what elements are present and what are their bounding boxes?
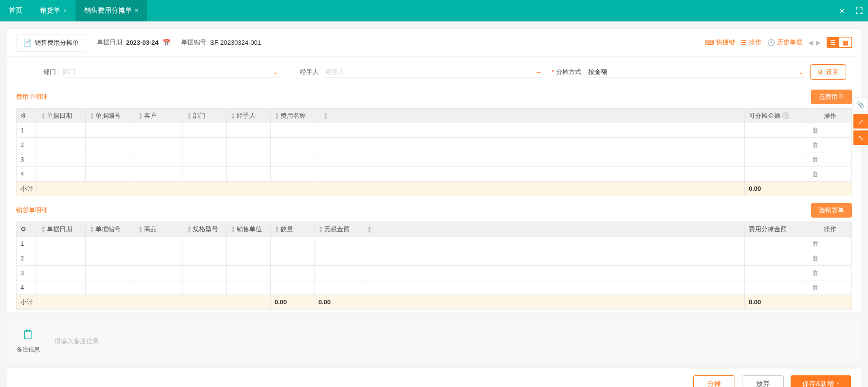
allocate-button[interactable]: 分摊 [693,375,735,387]
table-settings-icon[interactable]: ⚙ [17,109,37,123]
handler-input[interactable] [326,68,532,75]
settings-button[interactable]: ⚙设置 [810,64,846,80]
keyboard-icon: ⌨ [705,39,714,46]
col-alloc-amount[interactable]: 可分摊金额 [749,112,780,119]
remark-input[interactable] [52,334,851,348]
col-action: 操作 [808,222,852,237]
expand-icon[interactable]: ⤢ [853,114,868,129]
col-amount[interactable]: 无税金额 [324,225,350,233]
expand-alt-icon[interactable]: ⤡ [853,130,868,145]
more-icon[interactable]: ··· [537,68,541,75]
prev-icon[interactable]: ◀ [808,39,813,46]
table-row[interactable]: 2🗑 [17,138,852,152]
chevron-down-icon: ⌄ [798,69,803,75]
col-customer[interactable]: 客户 [144,112,157,119]
footer-actions: 分摊 放弃 保存&新增˄ [7,369,861,387]
chevron-down-icon: ⌄ [273,69,278,75]
delete-row-icon[interactable]: 🗑 [808,123,852,138]
tab-sales-order[interactable]: 销货单× [31,0,75,21]
delete-row-icon[interactable]: 🗑 [808,152,852,167]
table-row[interactable]: 2🗑 [17,251,852,266]
side-toolbar: 📎 ⤢ ⤡ [853,97,868,147]
delete-row-icon[interactable]: 🗑 [808,280,852,295]
expense-table: ⚙ ▲▼单据日期 ▲▼单据编号 ▲▼客户 ▲▼部门 ▲▼经手人 ▲▼费用名称 ▲… [16,108,852,196]
col-handler[interactable]: 经手人 [237,112,256,119]
col-spec[interactable]: 规格型号 [193,225,218,233]
help-icon[interactable]: ? [782,112,789,119]
sales-table: ⚙ ▲▼单据日期 ▲▼单据编号 ▲▼商品 ▲▼规格型号 ▲▼销售单位 ▲▼数量 … [16,221,852,310]
discard-button[interactable]: 放弃 [742,375,784,387]
col-num[interactable]: 单据编号 [95,225,121,233]
delete-row-icon[interactable]: 🗑 [808,266,852,280]
col-unit[interactable]: 销售单位 [237,225,262,233]
shortcut-link[interactable]: ⌨快捷键 [705,38,735,47]
calendar-icon[interactable]: 📅 [163,39,170,46]
main-content: 📄 销售费用分摊单 单据日期 2023-03-24 📅 单据编号 SF-2023… [7,28,861,313]
table-row[interactable]: 1🗑 [17,123,852,138]
table-row[interactable]: 4🗑 [17,167,852,182]
delete-row-icon[interactable]: 🗑 [808,167,852,182]
method-label: *分摊方式 [547,68,581,76]
view-grid-button[interactable]: ▦ [839,37,852,48]
sales-block-title: 销货单明细 [16,206,48,215]
tab-home[interactable]: 首页 [0,0,31,21]
col-dept[interactable]: 部门 [193,112,205,119]
top-tab-bar: 首页 销货单× 销售费用分摊单× ✕ [0,0,868,21]
operate-link[interactable]: ☰操作 [741,38,761,47]
list-icon: ☰ [741,39,747,46]
delete-row-icon[interactable]: 🗑 [808,237,852,251]
col-qty[interactable]: 数量 [280,225,293,233]
dept-input[interactable] [63,68,269,75]
view-list-button[interactable]: ☰ [827,37,839,48]
dept-label: 部门 [22,68,56,76]
col-num[interactable]: 单据编号 [95,112,121,119]
subtotal-row: 小计0.000.000.00 [17,295,852,310]
delete-row-icon[interactable]: 🗑 [808,138,852,152]
handler-label: 经手人 [285,68,319,76]
date-value[interactable]: 2023-03-24 [126,39,159,46]
document-icon: 📄 [23,39,32,47]
select-expense-button[interactable]: 选费用单 [811,90,852,104]
attachment-icon[interactable]: 📎 [853,97,868,112]
col-action: 操作 [808,109,852,123]
delete-row-icon[interactable]: 🗑 [808,251,852,266]
table-row[interactable]: 1🗑 [17,237,852,251]
select-sales-button[interactable]: 选销货单 [811,203,852,218]
history-link[interactable]: 🕓历史单据 [767,38,802,47]
close-icon[interactable]: × [135,7,138,14]
remark-section: 🗒 备注信息 [7,320,861,362]
table-settings-icon[interactable]: ⚙ [17,222,37,237]
date-label: 单据日期 [97,38,122,47]
col-date[interactable]: 单据日期 [47,225,72,233]
section-tab[interactable]: 📄 销售费用分摊单 [16,34,86,52]
expense-block-title: 费用单明细 [16,92,48,101]
method-input[interactable] [588,68,794,75]
doc-num-label: 单据编号 [181,38,206,47]
history-icon: 🕓 [767,39,775,46]
save-new-button[interactable]: 保存&新增˄ [791,375,851,387]
table-row[interactable]: 3🗑 [17,152,852,167]
tab-sales-expense-alloc[interactable]: 销售费用分摊单× [75,0,147,21]
fullscreen-button[interactable] [850,0,868,21]
col-alloc-fee[interactable]: 费用分摊金额 [745,222,808,237]
close-icon[interactable]: × [63,7,67,14]
table-row[interactable]: 4🗑 [17,280,852,295]
col-date[interactable]: 单据日期 [47,112,72,119]
gear-icon: ⚙ [817,69,823,76]
chevron-up-icon: ˄ [837,382,839,387]
close-window-button[interactable]: ✕ [833,0,850,21]
next-icon[interactable]: ▶ [816,39,821,46]
remark-label: 备注信息 [17,346,40,354]
section-tab-label: 销售费用分摊单 [35,38,79,47]
col-fee-name[interactable]: 费用名称 [280,112,306,119]
doc-num-value: SF-20230324-001 [210,39,261,46]
subtotal-row: 小计0.00 [17,182,852,196]
table-row[interactable]: 3🗑 [17,266,852,280]
note-icon: 🗒 [22,328,35,343]
col-product[interactable]: 商品 [144,225,157,233]
